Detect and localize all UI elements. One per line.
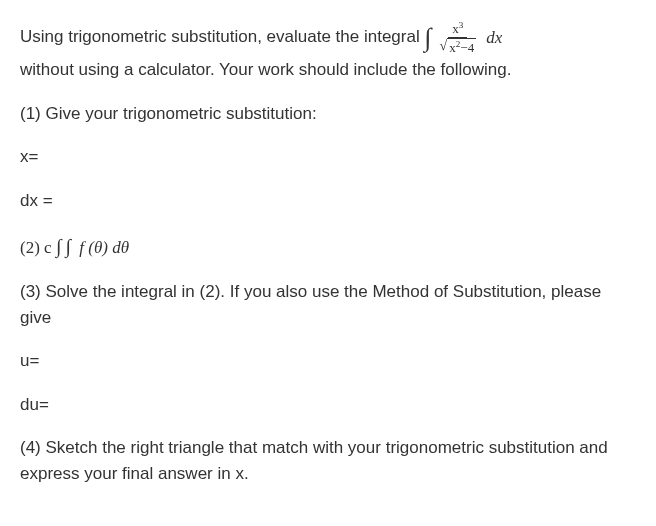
den-tail: −4 [460,40,474,55]
dx-equals: dx = [20,188,636,214]
num-sup: 3 [459,20,464,30]
part-3-text: (3) Solve the integral in (2). If you al… [20,279,636,330]
integral-sign-icon: ∫ [66,235,71,257]
u-equals: u= [20,348,636,374]
x-equals: x= [20,144,636,170]
sqrt-expression: √ x2−4 [440,38,477,56]
intro-text-2: without using a calculator. Your work sh… [20,60,511,79]
part-2-prefix: (2) c [20,238,56,257]
part-1-label: (1) Give your trigonometric substitution… [20,101,636,127]
intro-para: Using trigonometric substitution, evalua… [20,18,636,83]
part-2-line: (2) c ∫ ∫ f (θ) dθ [20,231,636,261]
dx-symbol: dx [486,25,502,51]
part-4-text: (4) Sketch the right triangle that match… [20,435,636,486]
integral-sign-icon: ∫ [424,18,431,57]
du-equals: du= [20,392,636,418]
fraction: x3 √ x2−4 [436,20,481,55]
intro-text-1: Using trigonometric substitution, evalua… [20,27,424,46]
denominator: √ x2−4 [436,38,481,56]
sqrt-body: x2−4 [447,38,476,56]
f-theta: f (θ) dθ [79,238,129,257]
integral-sign-icon: ∫ [56,235,61,257]
integral-expression: ∫ x3 √ x2−4 dx [424,18,502,57]
sqrt-icon: √ [440,38,448,53]
numerator: x3 [448,20,467,38]
